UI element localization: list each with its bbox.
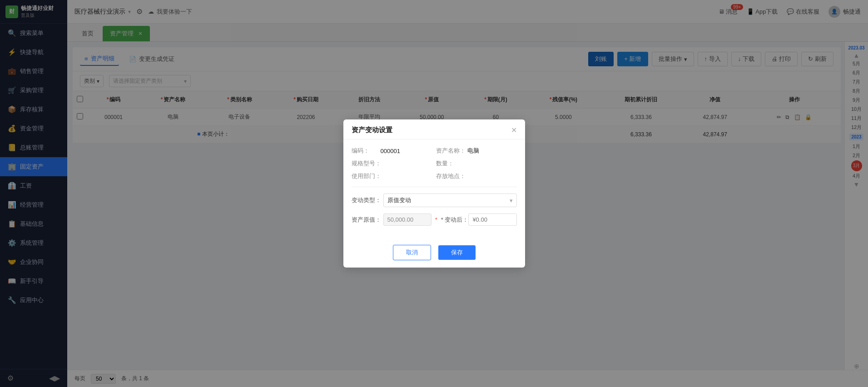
dialog-divider xyxy=(352,187,517,187)
dialog-asset-name: 资产名称： 电脑 xyxy=(436,147,517,155)
change-type-dropdown-icon: ▾ xyxy=(510,197,513,204)
dialog-quantity: 数量： xyxy=(436,159,517,168)
dialog-header: 资产变动设置 ✕ xyxy=(343,119,525,139)
dialog-footer: 取消 保存 xyxy=(343,239,525,268)
required-star: * xyxy=(435,216,437,223)
after-change-field[interactable] xyxy=(472,216,512,223)
dialog-overlay: 资产变动设置 ✕ 编码： 000001 资产名称： 电脑 规格型号： 数量： xyxy=(0,0,868,387)
save-button[interactable]: 保存 xyxy=(438,245,476,260)
dialog-storage: 存放地点： xyxy=(436,172,517,180)
after-change-input[interactable] xyxy=(468,213,516,226)
original-value-display: 50,000.00 xyxy=(383,213,432,226)
dialog-body: 编码： 000001 资产名称： 电脑 规格型号： 数量： 使用部门： xyxy=(343,139,525,239)
original-value-row: 资产原值： 50,000.00 * * 变动后： xyxy=(352,213,517,226)
change-type-selector[interactable]: 原值变动 ▾ xyxy=(383,194,517,207)
dialog-title: 资产变动设置 xyxy=(352,126,392,134)
cancel-button[interactable]: 取消 xyxy=(393,245,431,260)
dialog-close-button[interactable]: ✕ xyxy=(511,126,517,134)
change-type-row: 变动类型： 原值变动 ▾ xyxy=(352,194,517,207)
dialog-spec: 规格型号： xyxy=(352,159,432,168)
dialog-code: 编码： 000001 xyxy=(352,147,432,155)
dialog-department: 使用部门： xyxy=(352,172,432,180)
dialog-info-grid: 编码： 000001 资产名称： 电脑 规格型号： 数量： 使用部门： xyxy=(352,147,517,180)
asset-change-dialog: 资产变动设置 ✕ 编码： 000001 资产名称： 电脑 规格型号： 数量： xyxy=(343,119,525,268)
